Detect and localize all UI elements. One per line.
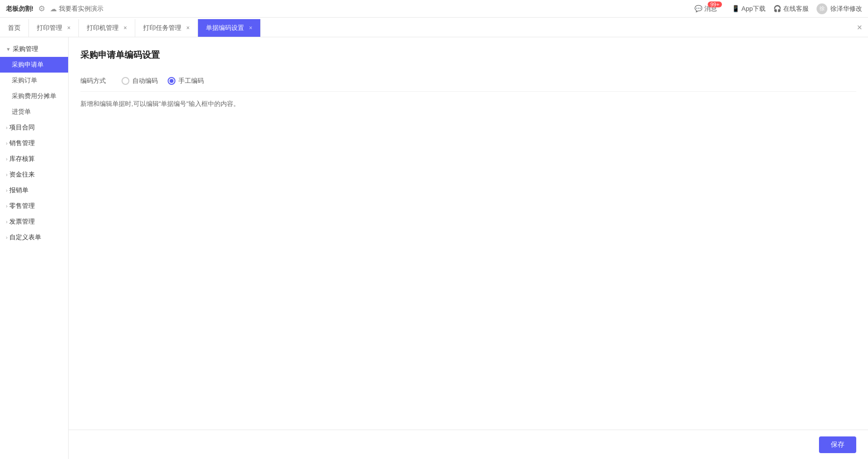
online-service-button[interactable]: 🎧 在线客服	[773, 4, 809, 13]
tab-bar-close-all[interactable]: ×	[851, 18, 868, 37]
sidebar-group-procurement[interactable]: ▼ 采购管理	[0, 41, 68, 57]
collapse-arrow-inventory: ›	[6, 156, 7, 162]
collapse-arrow-project: ›	[6, 125, 7, 130]
sidebar-group-sales[interactable]: › 销售管理	[0, 135, 68, 151]
user-info[interactable]: 徐 徐泽华修改	[817, 3, 862, 14]
content-area: 采购申请单编码设置 编码方式 自动编码 手工编码 新增和编辑单据时,可以编辑"单…	[69, 37, 868, 459]
avatar: 徐	[817, 3, 827, 14]
page-content: 采购申请单编码设置 编码方式 自动编码 手工编码 新增和编辑单据时,可以编辑"单…	[69, 37, 868, 430]
coding-row: 编码方式 自动编码 手工编码	[80, 71, 856, 92]
message-icon: 💬	[694, 5, 702, 12]
collapse-arrow-invoice: ›	[6, 219, 7, 225]
user-name: 徐泽华修改	[830, 4, 862, 13]
tab-print-management-close[interactable]: ×	[67, 25, 71, 31]
sidebar-item-purchase-expense-label: 采购费用分摊单	[12, 92, 56, 100]
sidebar-item-purchase-receipt[interactable]: 进货单	[0, 104, 68, 120]
sidebar-group-sales-label: 销售管理	[9, 139, 35, 148]
sidebar-item-purchase-request-label: 采购申请单	[12, 61, 44, 68]
sidebar-group-invoice[interactable]: › 发票管理	[0, 214, 68, 230]
radio-auto-label: 自动编码	[132, 76, 158, 85]
main-layout: ▼ 采购管理 采购申请单 采购订单 采购费用分摊单 进货单 › 项目合同 › 销…	[0, 37, 868, 459]
sidebar-item-purchase-receipt-label: 进货单	[12, 108, 31, 115]
radio-auto-code[interactable]: 自动编码	[122, 76, 158, 85]
collapse-arrow-sales: ›	[6, 141, 7, 146]
sidebar-group-project-label: 项目合同	[9, 123, 35, 132]
coding-label: 编码方式	[80, 76, 110, 85]
sidebar-item-purchase-request[interactable]: 采购申请单	[0, 57, 68, 73]
sidebar-item-purchase-expense[interactable]: 采购费用分摊单	[0, 88, 68, 104]
radio-group: 自动编码 手工编码	[122, 76, 204, 85]
top-bar: 老板勿割! ⚙ ☁ 我要看实例演示 💬 消息 99+ 📱 App下载 🎧 在线客…	[0, 0, 868, 18]
sidebar-group-invoice-label: 发票管理	[9, 217, 35, 226]
tab-printer-management-label: 打印机管理	[87, 24, 119, 32]
message-button[interactable]: 💬 消息 99+	[694, 4, 717, 13]
sidebar-group-custom-label: 自定义表单	[9, 233, 41, 242]
collapse-arrow-retail: ›	[6, 204, 7, 209]
app-download-button[interactable]: 📱 App下载	[732, 4, 766, 13]
radio-manual-circle	[168, 77, 175, 85]
sidebar: ▼ 采购管理 采购申请单 采购订单 采购费用分摊单 进货单 › 项目合同 › 销…	[0, 37, 69, 459]
tab-home-label: 首页	[8, 24, 21, 32]
sidebar-group-retail[interactable]: › 零售管理	[0, 198, 68, 214]
message-badge: 99+	[708, 1, 722, 7]
sidebar-group-inventory-label: 库存核算	[9, 154, 35, 163]
collapse-arrow-finance: ›	[6, 172, 7, 178]
save-button[interactable]: 保存	[819, 436, 856, 453]
radio-manual-label: 手工编码	[178, 76, 204, 85]
tab-bar: 首页 打印管理 × 打印机管理 × 打印任务管理 × 单据编码设置 × ×	[0, 18, 868, 37]
tab-barcode-settings[interactable]: 单据编码设置 ×	[198, 19, 261, 37]
tab-home[interactable]: 首页	[0, 19, 29, 37]
tab-print-management-label: 打印管理	[37, 24, 62, 32]
demo-label: 我要看实例演示	[59, 4, 103, 13]
tab-printer-management[interactable]: 打印机管理 ×	[79, 19, 135, 37]
tab-barcode-settings-close[interactable]: ×	[249, 25, 252, 31]
hint-text: 新增和编辑单据时,可以编辑"单据编号"输入框中的内容。	[80, 100, 856, 108]
settings-icon[interactable]: ⚙	[38, 4, 45, 13]
page-title: 采购申请单编码设置	[80, 49, 856, 61]
collapse-arrow-custom: ›	[6, 235, 7, 240]
sidebar-group-project[interactable]: › 项目合同	[0, 120, 68, 135]
sidebar-group-finance[interactable]: › 资金往来	[0, 167, 68, 182]
collapse-arrow-procurement: ▼	[6, 47, 11, 52]
sidebar-item-purchase-order-label: 采购订单	[12, 76, 37, 84]
collapse-arrow-expense: ›	[6, 188, 7, 193]
top-bar-right: 💬 消息 99+ 📱 App下载 🎧 在线客服 徐 徐泽华修改	[694, 3, 862, 14]
app-download-icon: 📱	[732, 5, 740, 12]
sidebar-group-expense[interactable]: › 报销单	[0, 182, 68, 198]
online-service-label: 在线客服	[783, 4, 809, 13]
sidebar-group-inventory[interactable]: › 库存核算	[0, 151, 68, 167]
sidebar-group-custom[interactable]: › 自定义表单	[0, 230, 68, 245]
radio-auto-circle	[122, 77, 129, 85]
tab-print-management[interactable]: 打印管理 ×	[29, 19, 79, 37]
radio-manual-code[interactable]: 手工编码	[168, 76, 204, 85]
cloud-icon: ☁	[50, 5, 57, 13]
tab-barcode-settings-label: 单据编码设置	[206, 24, 244, 32]
sidebar-group-finance-label: 资金往来	[9, 170, 35, 179]
tab-print-task[interactable]: 打印任务管理 ×	[135, 19, 198, 37]
tab-printer-management-close[interactable]: ×	[124, 25, 127, 31]
headset-icon: 🎧	[773, 5, 781, 12]
sidebar-group-retail-label: 零售管理	[9, 202, 35, 210]
tab-print-task-close[interactable]: ×	[186, 25, 190, 31]
demo-link[interactable]: ☁ 我要看实例演示	[50, 4, 103, 13]
sidebar-group-expense-label: 报销单	[9, 186, 28, 195]
tab-print-task-label: 打印任务管理	[143, 24, 181, 32]
top-bar-left: 老板勿割! ⚙ ☁ 我要看实例演示	[6, 4, 103, 13]
sidebar-item-purchase-order[interactable]: 采购订单	[0, 73, 68, 88]
page-footer: 保存	[69, 430, 868, 459]
sidebar-group-procurement-label: 采购管理	[13, 45, 38, 53]
app-logo: 老板勿割!	[6, 4, 33, 13]
app-download-label: App下载	[742, 4, 766, 13]
